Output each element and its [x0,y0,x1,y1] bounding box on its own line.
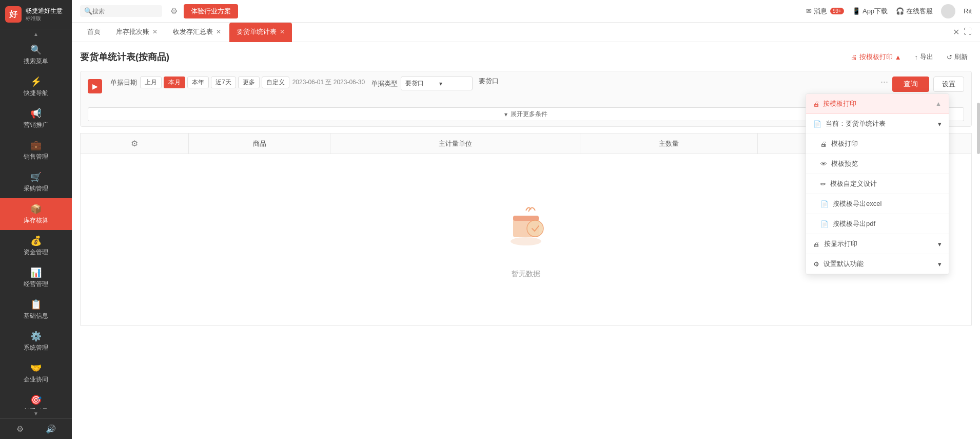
dropdown-item-export-excel-icon: 📄 [820,200,829,208]
tab-receipt-summary[interactable]: 收发存汇总表 ✕ [166,23,228,42]
dropdown-item-template-preview-label: 模板预览 [831,159,858,168]
sidebar-settings-icon[interactable]: ⚙ [16,424,24,434]
sidebar-item-guide[interactable]: 🎯 新手引导 [0,389,72,409]
dropdown-current-template[interactable]: 📄 当前：要货单统计表 ▾ [806,114,949,134]
dropdown-item-export-excel-label: 按模板导出excel [833,199,881,208]
export-button[interactable]: ↑ 导出 [911,50,938,64]
sidebar-item-purchase[interactable]: 🛒 采购管理 [0,166,72,198]
username-label[interactable]: Rit [964,7,972,15]
sidebar-nav: 🔍 搜索菜单 ⚡ 快捷导航 📢 营销推广 💼 销售管理 🛒 采购管理 📦 库存核… [0,39,72,409]
date-btn-custom[interactable]: 自定义 [262,77,289,88]
dropdown-item-template-preview[interactable]: 👁 模板预览 [806,154,949,174]
online-service-button[interactable]: 🎧 在线客服 [896,7,933,16]
date-btn-7days[interactable]: 近7天 [211,77,236,88]
refresh-button[interactable]: ↺ 刷新 [943,50,972,64]
dropdown-display-print-label: 按显示打印 [824,239,857,249]
date-btn-more[interactable]: 更多 [238,77,260,88]
query-button[interactable]: 查询 [892,77,929,92]
settings-button[interactable]: 设置 [933,77,964,92]
avatar[interactable] [941,4,955,18]
dropdown-item-template-design[interactable]: ✏ 模板自定义设计 [806,174,949,194]
sidebar-item-marketing[interactable]: 📢 营销推广 [0,103,72,135]
expand-more-label: 展开更多条件 [511,110,547,119]
order-type-select[interactable]: 要货口 ▾ [401,77,473,90]
sidebar-item-label-operation: 经营管理 [24,280,48,289]
dropdown-default-left: ⚙ 设置默认功能 [813,259,864,269]
tab-inventory-batch[interactable]: 库存批次账 ✕ [109,23,165,42]
topbar-search-box[interactable]: 🔍 [80,5,162,17]
system-icon: ⚙️ [30,331,42,342]
column-settings-icon[interactable]: ⚙ [131,139,138,148]
tab-home[interactable]: 首页 [80,23,108,42]
sidebar-item-enterprise[interactable]: 🤝 企业协同 [0,357,72,389]
date-buttons: 上月 本月 本年 近7天 更多 自定义 [140,77,289,88]
dropdown-item-template-design-icon: ✏ [820,180,826,188]
dropdown-item-template-print[interactable]: 🖨 模板打印 [806,134,949,154]
app-download-label: App下载 [863,7,888,16]
dropdown-item-template-preview-icon: 👁 [820,160,827,168]
export-label: 导出 [920,52,933,62]
dropdown-section-display-print[interactable]: 🖨 按显示打印 ▾ [806,234,949,254]
sidebar-item-inventory[interactable]: 📦 库存核算 [0,198,72,230]
sidebar-audio-icon[interactable]: 🔊 [46,424,56,434]
dropdown-display-print-left: 🖨 按显示打印 [813,239,857,249]
message-button[interactable]: ✉ 消息 99+ [806,7,844,16]
page-inner: 要货单统计表(按商品) 🖨 按模板打印 ▲ ↑ 导出 ↺ 刷新 [72,42,980,439]
template-print-arrow-up: ▲ [895,53,901,61]
sidebar-scroll-down[interactable]: ▼ [0,409,72,418]
tab-close-all-icon[interactable]: ✕ [953,27,959,37]
tab-order-stats[interactable]: 要货单统计表 ✕ [229,23,292,42]
sidebar: 好 畅捷通好生意 标准版 ▲ 🔍 搜索菜单 ⚡ 快捷导航 📢 营销推广 💼 销售… [0,0,72,439]
order-type-filter: 单据类型 要货口 ▾ [371,77,473,90]
topbar-search-input[interactable] [92,8,149,15]
date-filter: 单据日期 上月 本月 本年 近7天 更多 自定义 2023-06-01 至 20… [110,77,365,88]
enterprise-icon: 🤝 [30,362,42,374]
tab-receipt-summary-close[interactable]: ✕ [216,28,221,35]
sidebar-scroll-up[interactable]: ▲ [0,29,72,39]
page-header: 要货单统计表(按商品) 🖨 按模板打印 ▲ ↑ 导出 ↺ 刷新 [80,50,972,64]
date-btn-last-month[interactable]: 上月 [140,77,162,88]
inventory-icon: 📦 [30,203,42,215]
date-btn-this-year[interactable]: 本年 [187,77,209,88]
trial-button[interactable]: 体验行业方案 [184,4,238,18]
topbar-gear-icon[interactable]: ⚙ [170,6,178,16]
dropdown-current-icon: 📄 [813,120,821,128]
message-icon: ✉ [806,7,812,15]
date-label: 单据日期 [110,78,137,87]
tab-order-stats-close[interactable]: ✕ [280,28,285,35]
tab-expand-icon[interactable]: ⛶ [964,27,972,37]
sidebar-item-system[interactable]: ⚙️ 系统管理 [0,326,72,357]
sidebar-item-label-marketing: 营销推广 [24,121,48,129]
resize-handle[interactable] [977,103,980,154]
purchase-icon: 🛒 [30,171,42,183]
svg-point-3 [527,220,543,237]
sidebar-item-quick-nav[interactable]: ⚡ 快捷导航 [0,71,72,103]
app-download-button[interactable]: 📱 App下载 [852,7,888,16]
dropdown-section-default[interactable]: ⚙ 设置默认功能 ▾ [806,254,949,274]
refresh-label: 刷新 [954,52,968,62]
tab-inventory-batch-close[interactable]: ✕ [152,28,158,35]
sidebar-item-finance[interactable]: 💰 资金管理 [0,230,72,262]
app-version: 标准版 [26,15,63,22]
dropdown-item-export-excel[interactable]: 📄 按模板导出excel [806,194,949,214]
sidebar-item-basic[interactable]: 📋 基础信息 [0,294,72,326]
sidebar-item-label-sales: 销售管理 [24,152,48,161]
sidebar-item-search[interactable]: 🔍 搜索菜单 [0,39,72,71]
page-actions: 🖨 按模板打印 ▲ ↑ 导出 ↺ 刷新 [847,50,972,64]
dropdown-default-arrow: ▾ [938,260,942,268]
dropdown-display-print-arrow: ▾ [938,240,942,248]
dropdown-close-icon[interactable]: ▲ [935,100,942,107]
tab-expand: ✕ ⛶ [953,27,972,37]
template-print-button[interactable]: 🖨 按模板打印 ▲ [847,50,906,64]
filter-toggle-button[interactable]: ▶ [88,79,102,93]
sidebar-item-sales[interactable]: 💼 销售管理 [0,135,72,166]
sidebar-item-label-quick: 快捷导航 [24,89,48,98]
dropdown-item-export-pdf[interactable]: 📄 按模板导出pdf [806,214,949,234]
date-btn-this-month[interactable]: 本月 [164,77,185,88]
sidebar-item-label-inventory: 库存核算 [24,216,48,225]
sales-icon: 💼 [30,140,42,151]
sidebar-item-label-finance: 资金管理 [24,248,48,257]
more-options-icon[interactable]: ··· [880,77,888,92]
sidebar-item-operation[interactable]: 📊 经营管理 [0,262,72,294]
order-goods-filter: 要货口 [479,77,499,86]
